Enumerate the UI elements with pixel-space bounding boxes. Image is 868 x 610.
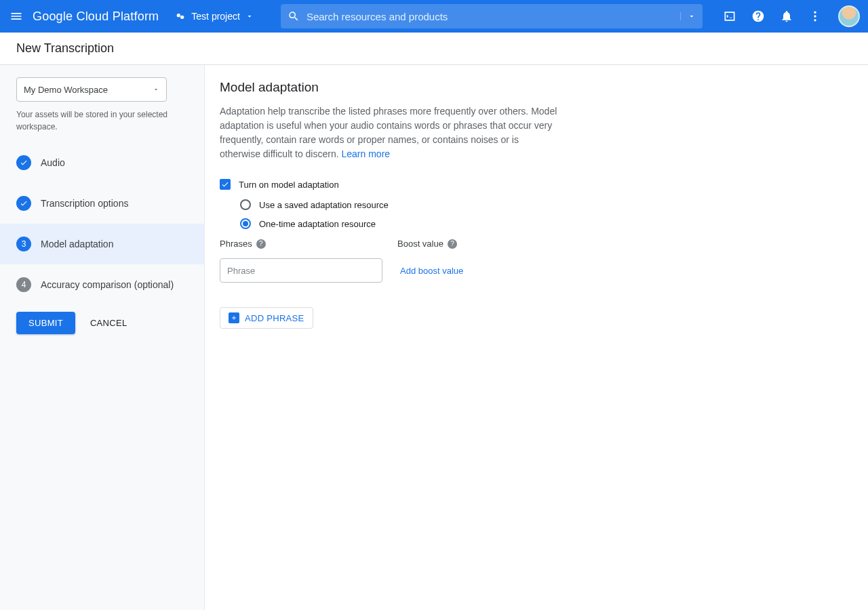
workspace-selected-value: My Demo Workspace: [24, 85, 108, 95]
learn-more-link[interactable]: Learn more: [342, 148, 391, 159]
adaptation-resource-radio-group: Use a saved adaptation resource One-time…: [240, 199, 853, 229]
sidebar: My Demo Workspace Your assets will be st…: [0, 65, 205, 610]
top-icon-group: [722, 5, 860, 27]
submit-button[interactable]: SUBMIT: [16, 312, 75, 334]
step-label: Transcription options: [41, 198, 128, 209]
notifications-icon[interactable]: [778, 8, 795, 24]
project-selector[interactable]: Test project: [175, 11, 254, 22]
step-accuracy-comparison[interactable]: 4 Accuracy comparison (optional): [0, 264, 204, 305]
add-phrase-label: ADD PHRASE: [245, 313, 304, 323]
col-phrases-label: Phrases: [220, 239, 252, 249]
radio-label: Use a saved adaptation resource: [259, 200, 389, 210]
radio-icon[interactable]: [240, 199, 251, 210]
svg-point-0: [177, 14, 180, 17]
toggle-model-adaptation[interactable]: Turn on model adaptation: [220, 179, 853, 190]
page-title: New Transcription: [16, 41, 114, 56]
cancel-button[interactable]: CANCEL: [90, 318, 127, 328]
radio-label: One-time adaptation resource: [259, 219, 376, 229]
step-number-icon: 3: [16, 237, 31, 251]
radio-saved-resource[interactable]: Use a saved adaptation resource: [240, 199, 853, 210]
page-title-bar: New Transcription: [0, 33, 868, 65]
search-input[interactable]: [307, 11, 673, 22]
svg-point-3: [814, 15, 816, 17]
content: Model adaptation Adaptation help transcr…: [205, 65, 868, 610]
chevron-down-icon: [153, 86, 159, 93]
sidebar-actions: SUBMIT CANCEL: [0, 305, 204, 341]
plus-icon: [229, 312, 239, 323]
workspace-hint: Your assets will be stored in your selec…: [16, 108, 179, 133]
content-description: Adaptation help transcribe the listed ph…: [220, 104, 559, 161]
menu-icon[interactable]: [8, 8, 24, 24]
search-dropdown-icon[interactable]: [680, 12, 696, 20]
step-audio[interactable]: Audio: [0, 142, 204, 183]
help-icon[interactable]: ?: [256, 239, 266, 249]
step-label: Audio: [41, 157, 65, 168]
avatar[interactable]: [838, 5, 860, 27]
more-icon[interactable]: [807, 8, 823, 24]
project-icon: [175, 11, 186, 22]
workspace-select[interactable]: My Demo Workspace: [16, 77, 167, 102]
col-boost-label: Boost value: [397, 239, 443, 249]
add-boost-value-link[interactable]: Add boost value: [400, 266, 463, 276]
add-phrase-button[interactable]: ADD PHRASE: [220, 307, 313, 329]
help-icon[interactable]: [750, 8, 766, 24]
radio-icon[interactable]: [240, 218, 251, 229]
phrase-row: Add boost value: [220, 258, 853, 283]
step-transcription-options[interactable]: Transcription options: [0, 183, 204, 224]
search-icon: [288, 10, 300, 22]
columns-header: Phrases ? Boost value ?: [220, 239, 853, 249]
check-icon: [16, 196, 31, 211]
help-icon[interactable]: ?: [448, 239, 457, 249]
chevron-down-icon: [245, 12, 254, 20]
svg-point-2: [814, 12, 816, 14]
phrase-input[interactable]: [220, 258, 382, 283]
content-heading: Model adaptation: [220, 80, 853, 95]
stepper: Audio Transcription options 3 Model adap…: [0, 142, 204, 305]
step-number-icon: 4: [16, 277, 31, 292]
project-name: Test project: [191, 11, 240, 22]
check-icon: [16, 155, 31, 170]
top-bar: Google Cloud Platform Test project: [0, 0, 868, 33]
cloud-shell-icon[interactable]: [722, 8, 738, 24]
search-box[interactable]: [281, 4, 703, 28]
main-layout: My Demo Workspace Your assets will be st…: [0, 65, 868, 610]
radio-onetime-resource[interactable]: One-time adaptation resource: [240, 218, 853, 229]
checkbox-icon[interactable]: [220, 179, 231, 190]
product-logo[interactable]: Google Cloud Platform: [33, 9, 159, 24]
svg-point-1: [180, 16, 184, 19]
step-model-adaptation[interactable]: 3 Model adaptation: [0, 224, 204, 264]
step-label: Model adaptation: [41, 239, 113, 249]
toggle-label: Turn on model adaptation: [239, 180, 339, 190]
step-label: Accuracy comparison (optional): [41, 279, 174, 290]
svg-point-4: [814, 19, 816, 21]
